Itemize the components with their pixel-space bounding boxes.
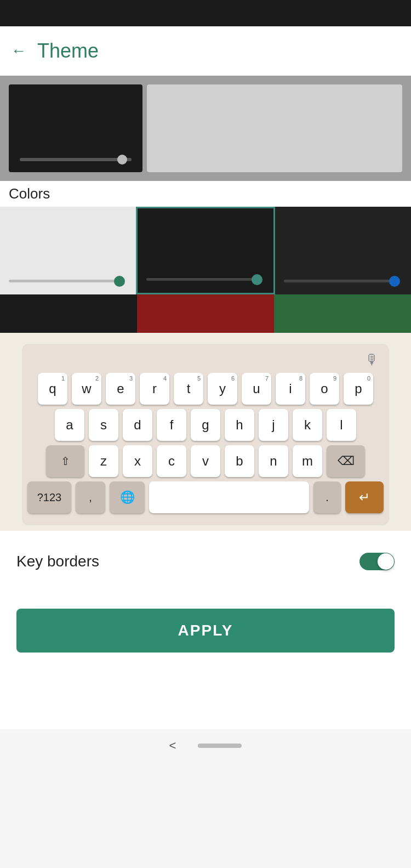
swatch-dot-teal bbox=[114, 276, 125, 287]
nav-back-button[interactable]: < bbox=[169, 739, 176, 753]
key-row-4: ?123 , 🌐 . ↵ bbox=[27, 481, 384, 513]
swatch-dot-blue bbox=[389, 276, 400, 287]
key-p[interactable]: p0 bbox=[344, 373, 373, 405]
key-i[interactable]: i8 bbox=[276, 373, 305, 405]
bottom-nav: < bbox=[0, 729, 411, 762]
mic-icon[interactable]: 🎙 bbox=[365, 351, 379, 368]
key-x[interactable]: x bbox=[123, 445, 152, 477]
keyboard-container: 🎙 q1 w2 e3 r4 t5 y6 u7 i8 o9 p0 a s d f … bbox=[22, 344, 389, 525]
key-v[interactable]: v bbox=[191, 445, 220, 477]
key-t[interactable]: t5 bbox=[174, 373, 203, 405]
colors-label: Colors bbox=[0, 181, 411, 207]
theme-card-dark[interactable] bbox=[9, 84, 142, 172]
key-w[interactable]: w2 bbox=[72, 373, 101, 405]
key-enter[interactable]: ↵ bbox=[345, 481, 384, 513]
key-comma[interactable]: , bbox=[76, 481, 105, 513]
keyboard-area: 🎙 q1 w2 e3 r4 t5 y6 u7 i8 o9 p0 a s d f … bbox=[0, 333, 411, 531]
key-r[interactable]: r4 bbox=[140, 373, 169, 405]
key-row-3: ⇧ z x c v b n m ⌫ bbox=[27, 445, 384, 477]
apply-section: APPLY bbox=[0, 592, 411, 674]
key-g[interactable]: g bbox=[191, 409, 220, 441]
swatch-black[interactable] bbox=[0, 294, 137, 333]
key-row-1: q1 w2 e3 r4 t5 y6 u7 i8 o9 p0 bbox=[27, 373, 384, 405]
swatch-light[interactable] bbox=[0, 207, 136, 294]
key-period[interactable]: . bbox=[313, 481, 341, 513]
key-num-sym[interactable]: ?123 bbox=[27, 481, 71, 513]
bottom-section bbox=[0, 674, 411, 729]
key-y[interactable]: y6 bbox=[208, 373, 237, 405]
key-e[interactable]: e3 bbox=[106, 373, 135, 405]
key-z[interactable]: z bbox=[89, 445, 118, 477]
key-shift[interactable]: ⇧ bbox=[46, 445, 84, 477]
back-button[interactable]: ← bbox=[11, 42, 26, 60]
swatch-dot-teal2 bbox=[252, 274, 262, 285]
theme-card-light[interactable] bbox=[147, 84, 402, 172]
theme-section: Colors bbox=[0, 76, 411, 333]
colors-row-2 bbox=[0, 294, 411, 333]
key-globe[interactable]: 🌐 bbox=[110, 481, 145, 513]
key-c[interactable]: c bbox=[157, 445, 186, 477]
key-h[interactable]: h bbox=[225, 409, 254, 441]
swatch-green[interactable] bbox=[274, 294, 411, 333]
swatch-dark[interactable] bbox=[136, 207, 275, 294]
key-d[interactable]: d bbox=[123, 409, 152, 441]
slider-dot-dark bbox=[117, 155, 127, 164]
swatch-red[interactable] bbox=[137, 294, 274, 333]
keyboard-top-bar: 🎙 bbox=[27, 351, 384, 373]
key-m[interactable]: m bbox=[293, 445, 322, 477]
key-j[interactable]: j bbox=[259, 409, 288, 441]
key-borders-section: Key borders bbox=[0, 531, 411, 592]
status-bar bbox=[0, 0, 411, 26]
apply-button[interactable]: APPLY bbox=[16, 609, 395, 653]
key-k[interactable]: k bbox=[293, 409, 322, 441]
colors-row-1 bbox=[0, 207, 411, 294]
swatch-slider-dark bbox=[146, 278, 254, 281]
key-a[interactable]: a bbox=[55, 409, 84, 441]
key-borders-toggle[interactable] bbox=[359, 553, 395, 570]
key-row-2: a s d f g h j k l bbox=[27, 409, 384, 441]
key-f[interactable]: f bbox=[157, 409, 186, 441]
key-q[interactable]: q1 bbox=[38, 373, 67, 405]
header: ← Theme bbox=[0, 26, 411, 76]
key-b[interactable]: b bbox=[225, 445, 254, 477]
swatch-slider-light bbox=[9, 280, 116, 282]
page-title: Theme bbox=[37, 39, 99, 63]
swatch-slider-blue bbox=[284, 280, 391, 282]
theme-top-row bbox=[0, 76, 411, 181]
nav-home-pill[interactable] bbox=[198, 744, 242, 748]
key-backspace[interactable]: ⌫ bbox=[327, 445, 365, 477]
key-space[interactable] bbox=[149, 481, 309, 513]
key-o[interactable]: o9 bbox=[310, 373, 339, 405]
key-l[interactable]: l bbox=[327, 409, 356, 441]
toggle-knob bbox=[378, 553, 394, 570]
key-n[interactable]: n bbox=[259, 445, 288, 477]
key-u[interactable]: u7 bbox=[242, 373, 271, 405]
key-borders-label: Key borders bbox=[16, 553, 349, 570]
swatch-blue[interactable] bbox=[275, 207, 411, 294]
slider-bar-dark bbox=[20, 158, 132, 161]
key-s[interactable]: s bbox=[89, 409, 118, 441]
